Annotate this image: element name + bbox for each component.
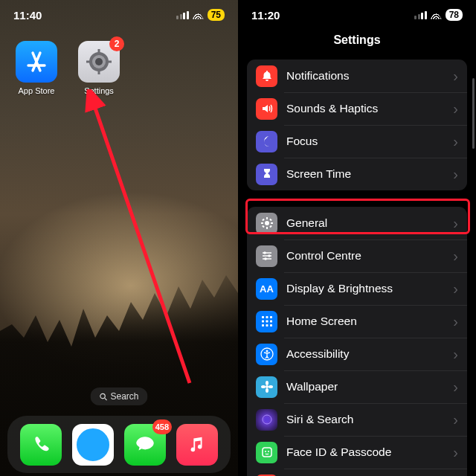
sliders-icon: [256, 245, 277, 267]
svg-rect-35: [270, 324, 272, 327]
settings-icon: 2: [78, 41, 120, 83]
dock-music[interactable]: [176, 424, 218, 466]
svg-point-25: [268, 254, 271, 257]
chevron-right-icon: ›: [453, 166, 458, 183]
svg-rect-13: [266, 217, 268, 219]
app-settings[interactable]: 2 Settings: [77, 41, 121, 95]
spotlight-search[interactable]: Search: [90, 387, 147, 405]
row-label: Accessibility: [286, 347, 453, 361]
svg-point-8: [100, 393, 105, 398]
svg-line-9: [105, 398, 107, 400]
aa-icon: AA: [256, 278, 277, 300]
settings-row-sounds-haptics[interactable]: Sounds & Haptics›: [247, 92, 467, 125]
access-icon: [256, 344, 277, 365]
search-label: Search: [110, 391, 138, 402]
cellular-signal-icon: [414, 11, 427, 19]
svg-rect-14: [266, 227, 268, 229]
home-screen: 11:40 75 App Store 2 Settings Search: [0, 0, 238, 476]
messages-badge: 458: [152, 419, 172, 434]
settings-row-display-brightness[interactable]: AADisplay & Brightness›: [247, 272, 467, 305]
chevron-right-icon: ›: [453, 248, 458, 265]
svg-rect-33: [262, 324, 264, 327]
chevron-right-icon: ›: [453, 280, 458, 298]
svg-point-24: [263, 251, 266, 254]
row-label: Face ID & Passcode: [286, 446, 453, 459]
svg-rect-16: [271, 222, 273, 224]
svg-rect-20: [262, 225, 265, 228]
chevron-right-icon: ›: [453, 215, 458, 232]
status-time: 11:20: [251, 9, 280, 22]
dock-safari[interactable]: [72, 424, 114, 466]
status-bar: 11:40 75: [0, 0, 238, 30]
settings-list: Notifications›Sounds & Haptics›Focus›Scr…: [247, 60, 476, 476]
svg-rect-17: [262, 219, 265, 222]
chevron-right-icon: ›: [453, 100, 458, 118]
dock: 458: [7, 416, 231, 473]
search-icon: [99, 393, 107, 401]
face-icon: [256, 442, 277, 463]
settings-row-emergency-sos[interactable]: SOSEmergency SOS›: [247, 469, 467, 476]
settings-row-accessibility[interactable]: Accessibility›: [247, 338, 467, 370]
svg-rect-19: [269, 219, 272, 222]
settings-screen: 11:20 78 Settings Notifications›Sounds &…: [238, 0, 476, 476]
svg-rect-31: [266, 321, 268, 323]
svg-point-38: [266, 385, 268, 388]
settings-row-home-screen[interactable]: Home Screen›: [247, 305, 467, 338]
cellular-signal-icon: [176, 11, 189, 19]
svg-point-41: [261, 385, 266, 388]
svg-point-39: [266, 381, 268, 385]
chevron-right-icon: ›: [453, 346, 458, 363]
appstore-icon: [16, 41, 57, 83]
row-label: Display & Brightness: [286, 282, 453, 295]
flower-icon: [256, 376, 277, 398]
app-label: App Store: [19, 86, 55, 95]
svg-rect-27: [262, 316, 264, 318]
settings-group: Notifications›Sounds & Haptics›Focus›Scr…: [247, 60, 467, 190]
chevron-right-icon: ›: [453, 444, 458, 461]
settings-row-wallpaper[interactable]: Wallpaper›: [247, 370, 467, 403]
svg-point-2: [95, 58, 103, 65]
app-label: Settings: [84, 86, 114, 95]
wifi-icon: [431, 11, 442, 19]
settings-row-face-id-passcode[interactable]: Face ID & Passcode›: [247, 436, 467, 469]
chevron-right-icon: ›: [453, 411, 458, 428]
svg-rect-4: [98, 70, 100, 74]
row-label: Focus: [286, 135, 453, 148]
settings-row-notifications[interactable]: Notifications›: [247, 60, 467, 92]
status-bar: 11:20 78: [238, 0, 476, 30]
gear-icon: [256, 213, 277, 234]
row-label: Screen Time: [286, 167, 453, 181]
svg-rect-28: [266, 316, 268, 318]
row-label: Siri & Search: [286, 413, 453, 426]
svg-rect-5: [86, 61, 91, 63]
svg-rect-29: [270, 316, 272, 318]
settings-group: General›Control Centre›AADisplay & Brigh…: [247, 207, 467, 476]
settings-row-control-centre[interactable]: Control Centre›: [247, 239, 467, 272]
svg-point-26: [264, 257, 267, 260]
svg-rect-18: [269, 225, 272, 228]
app-appstore[interactable]: App Store: [14, 41, 59, 95]
chevron-right-icon: ›: [453, 379, 458, 396]
svg-point-37: [266, 350, 268, 353]
siri-icon: [256, 409, 277, 431]
hourglass-icon: [256, 164, 277, 185]
dock-messages[interactable]: 458: [124, 424, 166, 466]
status-time: 11:40: [13, 9, 42, 22]
settings-row-siri-search[interactable]: Siri & Search›: [247, 403, 467, 436]
row-label: General: [286, 216, 453, 230]
page-title: Settings: [238, 33, 476, 47]
settings-row-focus[interactable]: Focus›: [247, 125, 467, 158]
svg-point-44: [264, 417, 269, 422]
svg-point-12: [265, 221, 269, 225]
row-label: Wallpaper: [286, 380, 453, 393]
settings-row-general[interactable]: General›: [247, 207, 467, 239]
moon-icon: [256, 131, 277, 152]
svg-rect-6: [107, 61, 112, 63]
bell-icon: [256, 65, 277, 87]
settings-row-screen-time[interactable]: Screen Time›: [247, 158, 467, 190]
dock-phone[interactable]: [20, 424, 62, 466]
svg-rect-34: [266, 324, 268, 327]
svg-rect-15: [261, 222, 263, 224]
svg-rect-30: [262, 321, 264, 323]
row-label: Notifications: [286, 69, 453, 83]
